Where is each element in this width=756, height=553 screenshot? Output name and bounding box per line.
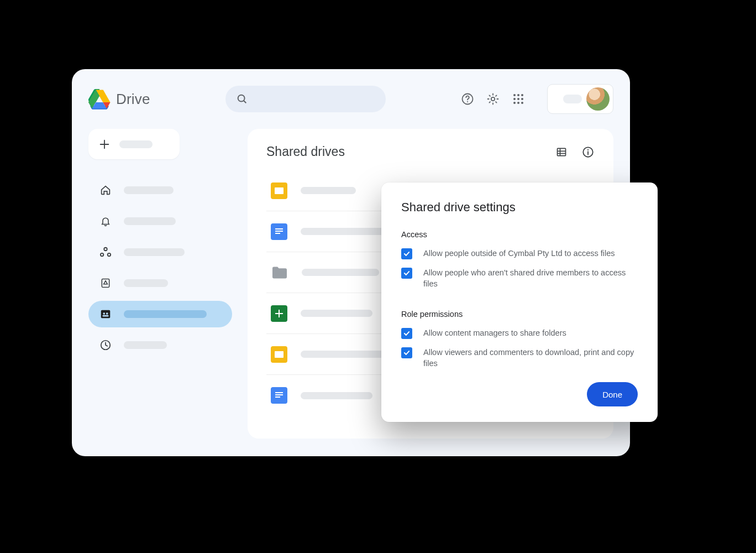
avatar <box>586 87 610 111</box>
file-name-placeholder <box>302 269 379 276</box>
svg-point-21 <box>521 102 523 104</box>
checkbox-checked-icon[interactable] <box>401 347 412 358</box>
checkbox-checked-icon[interactable] <box>401 248 412 259</box>
svg-point-18 <box>521 98 523 100</box>
new-button-label-placeholder <box>119 140 153 148</box>
info-icon[interactable] <box>581 145 595 159</box>
drive-logo-icon <box>88 88 111 110</box>
file-name-placeholder <box>301 392 372 399</box>
svg-point-13 <box>513 94 516 96</box>
bell-icon <box>99 215 112 227</box>
svg-line-9 <box>244 101 246 103</box>
option-managers-share-folders[interactable]: Allow content managers to share folders <box>401 327 638 339</box>
svg-rect-44 <box>275 233 280 234</box>
sidebar-item-recent[interactable] <box>88 332 232 358</box>
svg-point-20 <box>517 102 519 104</box>
dialog-title: Shared drive settings <box>401 200 638 215</box>
shared-drives-icon <box>99 308 112 320</box>
svg-point-19 <box>513 102 516 104</box>
svg-rect-48 <box>275 392 283 393</box>
svg-rect-34 <box>558 148 566 155</box>
option-viewers-download[interactable]: Allow viewers and commenters to download… <box>401 347 638 369</box>
svg-point-16 <box>513 98 516 100</box>
gear-icon[interactable] <box>486 92 500 106</box>
header-actions <box>461 92 525 106</box>
sidebar-item-label <box>124 217 176 225</box>
sidebar-nav <box>88 177 232 358</box>
option-label: Allow viewers and commenters to download… <box>423 347 638 369</box>
search-input[interactable] <box>225 86 386 112</box>
panel-header: Shared drives <box>266 144 595 159</box>
svg-point-17 <box>517 98 519 100</box>
option-label: Allow people outside of Cymbal Pty Ltd t… <box>423 248 615 259</box>
folder-icon <box>271 265 288 280</box>
home-icon <box>99 184 112 196</box>
plus-icon <box>98 138 111 150</box>
workspaces-icon <box>99 247 112 258</box>
svg-point-24 <box>104 248 107 251</box>
svg-point-11 <box>467 101 468 102</box>
svg-point-14 <box>517 94 519 96</box>
option-allow-nonmember-access[interactable]: Allow people who aren't shared drive mem… <box>401 267 638 290</box>
svg-point-30 <box>103 312 105 315</box>
page-title: Shared drives <box>266 144 345 159</box>
checkbox-checked-icon[interactable] <box>401 328 412 339</box>
shared-drive-settings-dialog: Shared drive settings Access Allow peopl… <box>381 182 658 422</box>
done-button[interactable]: Done <box>587 382 638 406</box>
sidebar-item-home[interactable] <box>88 177 232 204</box>
file-name-placeholder <box>301 228 389 235</box>
svg-point-8 <box>238 95 244 102</box>
sidebar-item-label <box>124 186 174 194</box>
sidebar-item-label <box>124 310 207 318</box>
docs-file-icon <box>271 223 287 240</box>
svg-rect-42 <box>275 228 283 229</box>
option-label: Allow people who aren't shared drive mem… <box>423 267 638 290</box>
section-label-role: Role permissions <box>401 310 638 319</box>
clock-icon <box>99 339 112 351</box>
svg-point-26 <box>108 253 111 257</box>
file-name-placeholder <box>301 351 395 358</box>
svg-rect-41 <box>275 187 284 194</box>
account-switcher[interactable] <box>547 84 613 114</box>
svg-point-40 <box>587 149 589 150</box>
drive-storage-icon <box>99 277 112 289</box>
svg-point-31 <box>106 312 108 315</box>
slides-file-icon <box>271 346 287 363</box>
file-name-placeholder <box>301 310 372 317</box>
svg-rect-49 <box>275 394 283 395</box>
sidebar-item-activity[interactable] <box>88 208 232 234</box>
svg-marker-28 <box>104 281 108 284</box>
svg-point-25 <box>101 253 104 257</box>
sidebar-item-label <box>124 279 168 287</box>
option-label: Allow content managers to share folders <box>423 327 566 338</box>
svg-rect-32 <box>103 315 109 317</box>
apps-grid-icon[interactable] <box>512 92 525 106</box>
file-name-placeholder <box>301 187 356 194</box>
sidebar-item-label <box>124 341 167 349</box>
sidebar-item-workspaces[interactable] <box>88 239 232 265</box>
svg-rect-43 <box>275 231 283 232</box>
docs-file-icon <box>271 387 287 404</box>
sidebar <box>88 129 232 439</box>
list-view-icon[interactable] <box>555 145 568 159</box>
sidebar-item-label <box>124 248 185 256</box>
app-name: Drive <box>116 91 150 108</box>
sidebar-item-shared-drives[interactable] <box>88 301 232 327</box>
option-allow-outside-access[interactable]: Allow people outside of Cymbal Pty Ltd t… <box>401 248 638 259</box>
section-label-access: Access <box>401 230 638 239</box>
sheets-file-icon <box>271 305 287 322</box>
help-icon[interactable] <box>461 92 474 106</box>
svg-rect-29 <box>101 310 111 319</box>
checkbox-checked-icon[interactable] <box>401 268 412 279</box>
new-button[interactable] <box>88 129 180 159</box>
top-bar: Drive <box>88 82 613 116</box>
svg-rect-50 <box>275 397 280 398</box>
sidebar-item-mydrive[interactable] <box>88 270 232 296</box>
svg-point-12 <box>491 97 495 101</box>
search-icon <box>235 92 249 106</box>
account-label-placeholder <box>563 95 582 103</box>
svg-rect-47 <box>275 351 284 358</box>
slides-file-icon <box>271 182 287 199</box>
svg-point-15 <box>521 94 523 96</box>
drive-logo-group[interactable]: Drive <box>88 88 150 110</box>
